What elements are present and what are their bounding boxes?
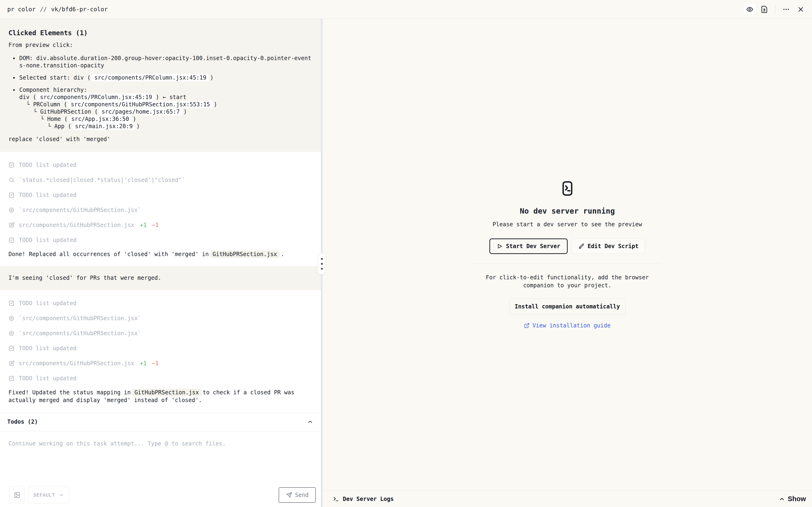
file-path-chip: src/main.jsx:20:9: [72, 122, 136, 130]
user-prompt-text: replace 'closed' with 'merged': [8, 136, 312, 143]
tool-event-text: TODO list updated: [19, 375, 77, 382]
selected-start-item: Selected start: div (src/components/PRCo…: [19, 74, 312, 81]
tool-event-text: `src/components/GitHubPRSection.jsx`: [19, 315, 141, 322]
clicked-elements-heading: Clicked Elements (1): [8, 29, 312, 37]
lines-added-count: +1: [140, 360, 147, 367]
clicked-elements-list: DOM: div.absolute.duration-200.group-hov…: [19, 55, 312, 130]
preview-toggle-button[interactable]: [744, 3, 756, 15]
lines-added-count: +1: [140, 222, 147, 228]
attach-image-button[interactable]: [9, 487, 25, 503]
assistant-turn-2: TODO list updated`src/components/GitHubP…: [0, 290, 321, 412]
conversation-panel: Clicked Elements (1) From preview click:…: [0, 19, 321, 507]
terminal-square-icon: [561, 181, 574, 196]
component-hierarchy-tree: div (src/components/PRColumn.jsx:45:19) …: [19, 94, 312, 130]
close-icon: [797, 6, 805, 13]
topbar-divider: [775, 5, 775, 14]
show-logs-toggle[interactable]: Show: [779, 495, 806, 503]
circle-dot-icon: [8, 330, 14, 336]
todo-check-icon: [8, 237, 14, 243]
assistant-turn-1: TODO list updated`status.*closed|closed.…: [0, 152, 321, 266]
todos-section-header[interactable]: Todos (2): [0, 412, 321, 432]
send-button[interactable]: Send: [278, 487, 316, 503]
tool-event-row[interactable]: TODO list updated: [0, 296, 321, 311]
tool-event-text: TODO list updated: [19, 162, 77, 168]
tool-event-row[interactable]: TODO list updated: [0, 158, 321, 172]
task-title: pr color: [7, 6, 36, 13]
start-dev-server-button[interactable]: Start Dev Server: [490, 238, 568, 254]
hierarchy-tree-line: └ App (src/main.jsx:20:9): [19, 123, 312, 130]
tool-event-row[interactable]: `src/components/GitHubPRSection.jsx`: [0, 326, 321, 341]
preview-panel: No dev server running Please start a dev…: [322, 19, 812, 507]
composer-controls: DEFAULT Send: [9, 487, 316, 503]
tool-event-text: `status.*closed|closed.*status|'closed'|…: [19, 177, 185, 183]
user-message-followup: I'm seeing 'closed' for PRs that were me…: [0, 266, 321, 290]
tool-event-row[interactable]: src/components/GitHubPRSection.jsx+1−1: [0, 356, 321, 371]
file-path-chip: src/components/PRColumn.jsx:45:19: [37, 94, 155, 101]
hierarchy-tree-line: div (src/components/PRColumn.jsx:45:19) …: [19, 94, 312, 101]
todo-check-icon: [8, 192, 14, 198]
terminal-prompt-icon: [333, 496, 339, 502]
tool-event-text: TODO list updated: [19, 300, 77, 306]
panel-resize-handle[interactable]: [317, 253, 326, 275]
topbar: pr color // vk/bfd6-pr-color: [0, 0, 812, 19]
diff-view-button[interactable]: [758, 3, 770, 15]
hierarchy-tree-line: └ GitHubPRSection (src/pages/home.jsx:65…: [19, 108, 312, 115]
file-path-chip: src/components/GitHubPRSection.jsx:553:1…: [68, 101, 213, 108]
tool-event-text: TODO list updated: [19, 192, 77, 199]
message-input[interactable]: Continue working on this task attempt...…: [0, 432, 321, 469]
tool-event-row[interactable]: TODO list updated: [0, 233, 321, 247]
chevron-up-icon[interactable]: [307, 418, 313, 425]
pencil-icon: [578, 243, 584, 249]
dom-selector-item: DOM: div.absolute.duration-200.group-hov…: [19, 55, 312, 69]
chevron-down-icon: [59, 493, 64, 498]
file-path-chip: src/pages/home.jsx:65:7: [99, 108, 183, 115]
todo-check-icon: [8, 375, 14, 382]
circle-dot-icon: [8, 207, 14, 213]
profile-selector[interactable]: DEFAULT: [28, 487, 69, 503]
installation-guide-link[interactable]: View installation guide: [524, 322, 610, 329]
lines-removed-count: −1: [152, 222, 159, 228]
dev-server-logs-label: Dev Server Logs: [343, 496, 394, 502]
close-button[interactable]: [795, 3, 807, 15]
section-divider: [473, 263, 661, 264]
installation-guide-label: View installation guide: [532, 322, 610, 329]
profile-value: DEFAULT: [34, 492, 55, 498]
branch-name: vk/bfd6-pr-color: [51, 6, 108, 13]
todo-check-icon: [8, 300, 14, 306]
search-icon: [8, 177, 14, 183]
tool-event-row[interactable]: TODO list updated: [0, 371, 321, 386]
file-path-chip: src/components/PRColumn.jsx:45:19: [91, 74, 209, 81]
companion-hint-text: For click-to-edit functionality, add the…: [478, 274, 657, 289]
show-logs-label: Show: [788, 495, 806, 503]
file-diff-icon: [761, 6, 768, 13]
tool-event-text: TODO list updated: [19, 345, 77, 352]
file-path-chip: src/App.jsx:36:50: [68, 115, 132, 123]
more-menu-button[interactable]: [780, 3, 792, 15]
assistant-message-1: Done! Replaced all occurrences of 'close…: [0, 250, 321, 258]
send-label: Send: [295, 492, 309, 498]
tool-event-row[interactable]: src/components/GitHubPRSection.jsx+1−1: [0, 218, 321, 233]
tool-event-row[interactable]: TODO list updated: [0, 187, 321, 203]
dev-server-logs-title: Dev Server Logs: [333, 496, 394, 502]
install-companion-button[interactable]: Install companion automatically: [509, 298, 626, 315]
tool-event-text: TODO list updated: [19, 237, 77, 243]
send-icon: [286, 492, 292, 498]
tool-events-list-2: TODO list updated`src/components/GitHubP…: [0, 296, 321, 386]
tool-event-row[interactable]: `status.*closed|closed.*status|'closed'|…: [0, 172, 321, 187]
todo-check-icon: [8, 345, 14, 351]
todo-check-icon: [8, 162, 14, 168]
tool-event-row[interactable]: TODO list updated: [0, 341, 321, 356]
hierarchy-tree-line: └ Home (src/App.jsx:36:50): [19, 115, 312, 123]
edit-dev-script-button[interactable]: Edit Dev Script: [571, 238, 646, 254]
circle-dot-icon: [8, 315, 14, 321]
topbar-actions: [744, 3, 807, 15]
tool-event-row[interactable]: `src/components/GitHubPRSection.jsx`: [0, 311, 321, 326]
tool-event-row[interactable]: `src/components/GitHubPRSection.jsx`: [0, 203, 321, 218]
dev-server-logs-bar: Dev Server Logs Show: [322, 491, 812, 507]
file-name-chip: GitHubPRSection.jsx: [132, 389, 202, 396]
tool-event-text: src/components/GitHubPRSection.jsx: [19, 360, 134, 367]
tool-event-text: `src/components/GitHubPRSection.jsx`: [19, 330, 141, 337]
edit-dev-script-label: Edit Dev Script: [588, 243, 639, 249]
play-icon: [497, 243, 503, 249]
ellipsis-icon: [782, 6, 790, 13]
